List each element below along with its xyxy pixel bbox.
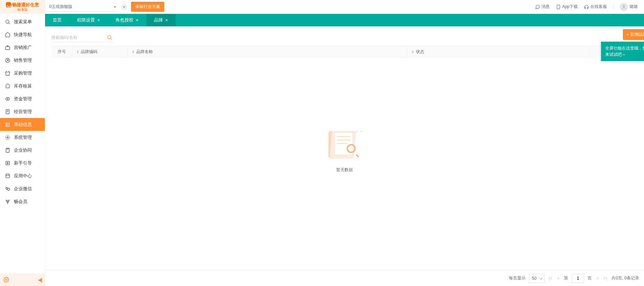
nav-icon xyxy=(5,199,10,204)
nav-icon xyxy=(5,45,10,50)
logo: 畅捷通好生意 标准版 xyxy=(0,0,45,14)
svg-line-1 xyxy=(9,23,10,24)
nav-icon xyxy=(5,70,10,76)
sort-icon: ▲▼ xyxy=(411,50,415,54)
sidebar-item-2[interactable]: 营销推广 xyxy=(0,41,45,54)
avatar-icon xyxy=(620,3,628,11)
experience-button[interactable]: 体验行业方案 xyxy=(131,2,164,12)
svg-point-18 xyxy=(7,188,10,191)
svg-rect-4 xyxy=(6,98,10,100)
sidebar-item-4[interactable]: 采购管理 xyxy=(0,67,45,79)
content-toolbar: + 新增品牌 xyxy=(51,31,638,44)
sidebar-item-7[interactable]: 经营管理 xyxy=(0,105,45,118)
nav-icon xyxy=(5,135,10,140)
page-prefix: 第 xyxy=(564,275,568,281)
sidebar-nav: 搜索菜单快捷导航营销推广销售管理采购管理库存核算资金管理经营管理基础信息系统管理… xyxy=(0,14,45,274)
sidebar-item-10[interactable]: 企业协同 xyxy=(0,144,45,157)
nav-item-label: 搜索菜单 xyxy=(14,19,32,25)
sidebar-item-9[interactable]: 系统管理 xyxy=(0,131,45,144)
sidebar-item-14[interactable]: 畅会员 xyxy=(0,195,45,208)
sidebar-item-12[interactable]: 应用中心 xyxy=(0,169,45,182)
tab-0[interactable]: 首页 xyxy=(45,14,69,26)
main: 0五组旗舰版 ▾ 体验行业方案 消息 App下载 在线客服 xyxy=(45,0,644,286)
page-input[interactable] xyxy=(572,274,584,283)
empty-illustration: ～～ xyxy=(327,127,362,162)
search-input[interactable] xyxy=(51,34,105,41)
nav-item-label: 基础信息 xyxy=(14,121,32,128)
tab-2[interactable]: 角色授权✕ xyxy=(108,14,146,26)
search-icon[interactable] xyxy=(105,35,114,40)
sidebar-item-0[interactable]: 搜索菜单 xyxy=(0,15,45,28)
sidebar-item-11[interactable]: 新手引导 xyxy=(0,157,45,169)
app-download-action[interactable]: App下载 xyxy=(556,4,578,10)
org-selector-value: 0五组旗舰版 xyxy=(49,4,72,10)
close-icon[interactable]: ✕ xyxy=(97,18,100,23)
nav-item-label: 畅会员 xyxy=(14,199,27,205)
next-page-icon[interactable]: > xyxy=(595,276,599,281)
user-menu[interactable]: 璐璐 xyxy=(620,3,638,11)
search-wrap xyxy=(51,33,114,42)
add-brand-button[interactable]: + 新增品牌 xyxy=(623,29,644,40)
svg-rect-21 xyxy=(557,5,560,9)
settings-icon[interactable] xyxy=(3,277,9,283)
sidebar-item-13[interactable]: 企业微信 xyxy=(0,182,45,195)
last-page-icon[interactable]: >| xyxy=(603,276,608,281)
message-action[interactable]: 消息 xyxy=(535,4,550,10)
customer-service-action[interactable]: 在线客服 xyxy=(584,4,607,10)
prev-page-icon[interactable]: < xyxy=(557,276,561,281)
nav-icon xyxy=(5,96,10,102)
sidebar-item-5[interactable]: 库存核算 xyxy=(0,79,45,92)
col-code[interactable]: ▲▼ 品牌编码 xyxy=(72,46,128,57)
col-seq[interactable]: 序号 xyxy=(51,46,72,57)
topbar-actions: 消息 App下载 在线客服 璐璐 xyxy=(535,3,641,11)
per-page-select[interactable]: 50 xyxy=(529,274,545,283)
nav-icon xyxy=(5,160,10,166)
svg-point-5 xyxy=(7,98,8,99)
nav-icon xyxy=(5,83,10,89)
empty-state: ～～ 暂无数据 xyxy=(51,58,638,270)
org-selector[interactable]: 0五组旗舰版 ▾ xyxy=(48,2,117,12)
tab-label: 角色授权 xyxy=(115,17,133,23)
nav-icon xyxy=(5,19,10,25)
col-status[interactable]: ▲▼ 状态 xyxy=(407,46,589,57)
svg-point-24 xyxy=(108,35,111,39)
top-settings-icon[interactable] xyxy=(121,3,128,10)
first-page-icon[interactable]: |< xyxy=(548,276,553,281)
svg-rect-13 xyxy=(6,148,9,152)
collapse-sidebar-icon[interactable]: ◀| xyxy=(38,277,41,283)
nav-icon xyxy=(5,173,10,179)
nav-item-label: 快捷导航 xyxy=(14,32,32,38)
sidebar-footer: ◀| xyxy=(0,274,45,286)
close-icon[interactable]: ✕ xyxy=(136,18,139,23)
page-suffix: 页 xyxy=(588,275,592,281)
svg-point-23 xyxy=(623,5,625,7)
app-download-label: App下载 xyxy=(562,4,578,10)
sidebar-item-3[interactable]: 销售管理 xyxy=(0,54,45,67)
tab-3[interactable]: 品牌✕ xyxy=(146,14,176,26)
sidebar-item-6[interactable]: 资金管理 xyxy=(0,92,45,105)
col-status-label: 状态 xyxy=(416,49,424,55)
svg-point-0 xyxy=(6,20,9,23)
logo-subtitle: 标准版 xyxy=(17,7,28,12)
nav-item-label: 营销推广 xyxy=(14,44,32,51)
svg-point-11 xyxy=(7,137,8,138)
col-name[interactable]: ▲▼ 品牌名称 xyxy=(128,46,407,57)
nav-item-label: 经营管理 xyxy=(14,109,32,115)
sidebar-item-1[interactable]: 快捷导航 xyxy=(0,28,45,41)
col-name-label: 品牌名称 xyxy=(136,49,153,55)
plus-icon: + xyxy=(626,32,629,37)
nav-icon xyxy=(5,109,10,115)
tab-1[interactable]: 权限设置✕ xyxy=(69,14,108,26)
tab-label: 品牌 xyxy=(154,17,163,23)
svg-point-20 xyxy=(123,6,125,8)
per-page-value: 50 xyxy=(532,276,537,281)
message-label: 消息 xyxy=(541,4,550,10)
col-code-label: 品牌编码 xyxy=(81,49,97,55)
sidebar-item-8[interactable]: 基础信息 xyxy=(0,118,45,131)
close-icon[interactable]: ✕ xyxy=(165,18,168,23)
svg-rect-16 xyxy=(6,174,10,178)
svg-point-10 xyxy=(7,124,8,125)
customer-service-label: 在线客服 xyxy=(590,4,607,10)
headset-icon xyxy=(584,5,589,9)
sidebar: 畅捷通好生意 标准版 搜索菜单快捷导航营销推广销售管理采购管理库存核算资金管理经… xyxy=(0,0,45,286)
